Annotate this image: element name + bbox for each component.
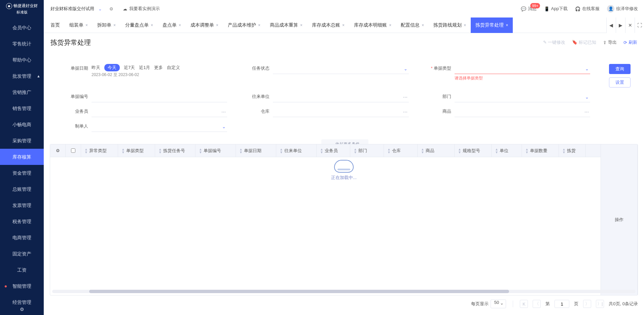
scrollbar-thumb[interactable] — [89, 290, 509, 293]
sort-icon[interactable]: ▲▼ — [320, 148, 323, 154]
sidebar-item-7[interactable]: 采购管理 — [0, 133, 44, 149]
messages[interactable]: 💬 消息 99+ — [521, 6, 537, 12]
close-icon[interactable]: × — [422, 23, 424, 28]
sort-icon[interactable]: ▲▼ — [121, 148, 125, 154]
sidebar-item-3[interactable]: 批发管理▲ — [0, 68, 44, 84]
tab-10[interactable]: 配置信息× — [396, 18, 429, 33]
page-input[interactable] — [554, 300, 569, 308]
date-chip-2[interactable]: 近7天 — [124, 65, 135, 71]
tabs-fullscreen[interactable]: ⛶ — [635, 18, 644, 33]
close-icon[interactable]: × — [342, 23, 345, 28]
sidebar-item-15[interactable]: 工资 — [0, 262, 44, 278]
column-header[interactable]: ▲▼仓库 — [384, 144, 418, 157]
column-header[interactable]: ▲▼业务员 — [317, 144, 350, 157]
sort-icon[interactable]: ▲▼ — [421, 148, 424, 154]
column-header[interactable]: ▲▼异常类型 — [81, 144, 118, 157]
tab-12[interactable]: 拣货异常处理× — [471, 18, 513, 33]
close-icon[interactable]: × — [85, 23, 88, 28]
sort-icon[interactable]: ▲▼ — [199, 148, 202, 154]
tabs-scroll-right[interactable]: ▶ — [616, 18, 625, 33]
close-icon[interactable]: × — [258, 23, 260, 28]
sidebar-item-13[interactable]: 电商管理 — [0, 230, 44, 246]
sidebar-settings[interactable]: ⚙ — [0, 304, 44, 315]
sidebar-item-0[interactable]: 会员中心 — [0, 20, 44, 36]
column-header[interactable]: ▲▼单据编号 — [195, 144, 236, 157]
sort-icon[interactable]: ▲▼ — [158, 148, 162, 154]
action-export[interactable]: ⇪ 导出 — [603, 39, 617, 45]
column-header[interactable]: ▲▼单据类型 — [118, 144, 155, 157]
sidebar-item-9[interactable]: 资金管理 — [0, 165, 44, 181]
trial-selector[interactable]: 好业财标准版交付试用 ⌄ — [50, 6, 102, 12]
more-icon[interactable]: ⋯ — [584, 109, 589, 114]
sidebar-item-14[interactable]: 固定资产 — [0, 246, 44, 262]
date-chip-3[interactable]: 近1月 — [139, 65, 150, 71]
input-dept[interactable]: ⌄ — [455, 92, 590, 102]
close-icon[interactable]: × — [113, 23, 116, 28]
tab-1[interactable]: 组装单× — [65, 18, 93, 33]
sort-icon[interactable]: ▲▼ — [354, 148, 357, 154]
close-icon[interactable]: × — [300, 23, 302, 28]
more-icon[interactable]: ⋯ — [221, 109, 226, 114]
sidebar-item-6[interactable]: 小畅电商 — [0, 116, 44, 133]
input-warehouse[interactable]: ⋯ — [273, 107, 408, 117]
tab-0[interactable]: 首页 — [46, 18, 65, 33]
pager-next[interactable]: 〉 — [583, 300, 591, 308]
sort-icon[interactable]: ▲▼ — [387, 148, 391, 154]
column-header[interactable]: ▲▼往来单位 — [276, 144, 317, 157]
tabs-scroll-left[interactable]: ◀ — [606, 18, 616, 33]
app-download[interactable]: 📱 App下载 — [544, 6, 568, 12]
online-service[interactable]: 🎧 在线客服 — [575, 6, 600, 12]
tab-7[interactable]: 商品成本重算× — [265, 18, 307, 33]
sidebar-item-1[interactable]: 零售统计 — [0, 36, 44, 52]
sort-icon[interactable]: ▲▼ — [84, 148, 88, 154]
close-icon[interactable]: × — [216, 23, 218, 28]
column-header[interactable]: ▲▼商品 — [418, 144, 455, 157]
tab-9[interactable]: 库存成本明细账× — [349, 18, 396, 33]
date-chip-0[interactable]: 昨天 — [92, 65, 100, 71]
btn-query[interactable]: 查询 — [609, 64, 631, 74]
action-refresh[interactable]: ⟳ 刷新 — [623, 39, 637, 45]
page-size-select[interactable]: 50 — [491, 300, 506, 308]
sidebar-item-11[interactable]: 发票管理 — [0, 197, 44, 213]
column-header[interactable]: ▲▼拣货任务号 — [155, 144, 195, 157]
btn-setting[interactable]: 设置 — [609, 77, 631, 88]
sidebar-item-5[interactable]: 销售管理 — [0, 100, 44, 116]
input-task-status[interactable]: ⌄ — [273, 64, 408, 74]
input-maker[interactable]: ⌄ — [92, 122, 227, 132]
sidebar-item-8[interactable]: 库存核算 — [0, 149, 44, 165]
date-chip-5[interactable]: 自定义 — [167, 65, 180, 71]
tab-3[interactable]: 分量盘点单× — [120, 18, 158, 33]
tab-2[interactable]: 拆卸单× — [93, 18, 120, 33]
tabs-close[interactable]: ✕ — [625, 18, 635, 33]
sort-icon[interactable]: ▲▼ — [458, 148, 461, 154]
user-menu[interactable]: 👤 徐泽华修改 — [607, 5, 638, 12]
close-icon[interactable]: × — [389, 23, 391, 28]
input-doc-type[interactable]: ⌄ — [455, 64, 590, 74]
close-icon[interactable]: × — [151, 23, 153, 28]
column-header[interactable]: ▲▼单位 — [492, 144, 522, 157]
sort-icon[interactable]: ▲▼ — [495, 148, 498, 154]
pager-prev[interactable]: 〈 — [533, 300, 541, 308]
sidebar-item-12[interactable]: 税务管理 — [0, 213, 44, 230]
tab-6[interactable]: 产品成本维护× — [223, 18, 265, 33]
horizontal-scrollbar[interactable] — [52, 290, 636, 293]
tab-8[interactable]: 库存成本总账× — [307, 18, 349, 33]
gear-icon[interactable]: ⚙ — [109, 6, 113, 11]
tab-4[interactable]: 盘点单× — [158, 18, 186, 33]
sort-icon[interactable]: ▲▼ — [239, 148, 243, 154]
sidebar-item-10[interactable]: 总账管理 — [0, 181, 44, 197]
date-chip-1[interactable]: 今天 — [104, 64, 120, 71]
column-settings[interactable]: ⚙ — [50, 144, 66, 157]
sidebar-item-2[interactable]: 帮助中心 — [0, 52, 44, 68]
tab-11[interactable]: 拣货路线规划× — [429, 18, 471, 33]
sort-icon[interactable]: ▲▼ — [280, 148, 283, 154]
column-header[interactable]: ▲▼单据数量 — [522, 144, 559, 157]
close-icon[interactable]: × — [179, 23, 181, 28]
input-doc-no[interactable] — [92, 92, 227, 102]
sidebar-item-16[interactable]: 智能管理 — [0, 278, 44, 294]
close-icon[interactable]: × — [464, 23, 466, 28]
sort-icon[interactable]: ▲▼ — [562, 148, 566, 154]
more-icon[interactable]: ⋯ — [403, 109, 407, 114]
select-all-checkbox[interactable] — [71, 148, 75, 153]
close-icon[interactable]: × — [506, 23, 508, 28]
